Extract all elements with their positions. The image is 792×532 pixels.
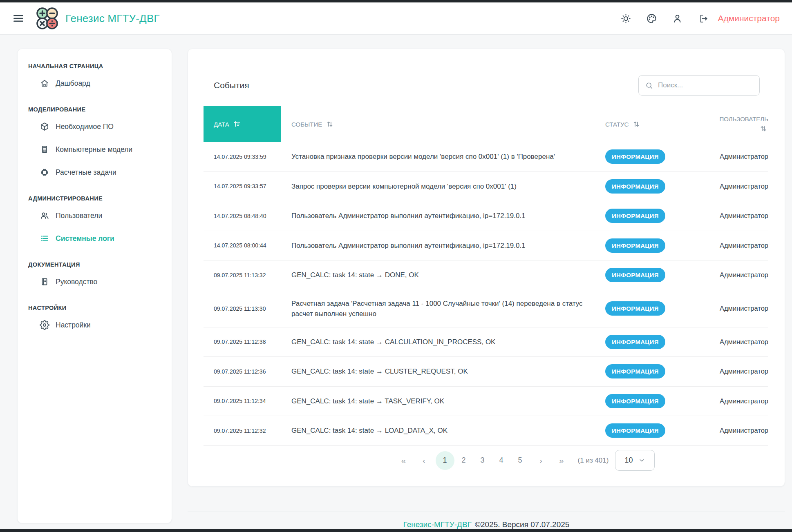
page-button-3[interactable]: 3 [473,451,492,470]
sidebar-item-label: Дашбоард [56,79,90,88]
first-page-button[interactable]: « [395,451,413,470]
calculator-icon [40,145,49,154]
status-badge: ИНФОРМАЦИЯ [605,301,665,316]
users-icon [40,211,49,220]
status-badge: ИНФОРМАЦИЯ [605,238,665,253]
search-icon [645,81,653,90]
sidebar: НАЧАЛЬНАЯ СТРАНИЦАДашбоардМОДЕЛИРОВАНИЕН… [17,49,172,523]
column-header-event[interactable]: СОБЫТИЕ [281,119,596,129]
sidebar-item-users[interactable]: Пользователи [27,204,162,227]
column-header-date[interactable]: ДАТА [204,106,281,142]
sidebar-item-system-logs[interactable]: Системные логи [27,227,162,250]
status-badge: ИНФОРМАЦИЯ [605,335,665,349]
event-table-row[interactable]: 09.07.2025 11:13:32GEN_CALC: task 14: st… [204,260,768,290]
event-status-cell: ИНФОРМАЦИЯ [596,268,689,282]
event-status-cell: ИНФОРМАЦИЯ [596,238,689,253]
home-icon [40,78,49,88]
next-page-icon: › [539,456,542,465]
events-table-body: 14.07.2025 09:33:59Установка признака пр… [204,142,768,446]
sort-toggle-icon [325,119,335,129]
event-date-cell: 14.07.2025 09:33:59 [204,154,281,160]
pagination-info: (1 из 401) [578,456,609,465]
event-date-cell: 14.07.2025 08:48:40 [204,213,281,219]
event-user-cell: Администратор [689,338,768,346]
status-badge: ИНФОРМАЦИЯ [605,268,665,282]
sidebar-item-label: Настройки [56,321,91,329]
event-date-cell: 14.07.2025 08:00:44 [204,242,281,249]
page-button-2[interactable]: 2 [454,451,473,470]
bottom-accent-bar [0,529,792,532]
event-status-cell: ИНФОРМАЦИЯ [596,179,689,194]
palette-button[interactable] [646,13,657,24]
event-user-cell: Администратор [689,183,768,190]
column-label: ДАТА [214,121,229,128]
event-table-row[interactable]: 14.07.2025 09:33:57Запрос проверки верси… [204,172,768,202]
column-label: ПОЛЬЗОВАТЕЛЬ [719,115,768,123]
menu-toggle-button[interactable] [12,12,25,24]
search-input[interactable] [658,81,753,89]
event-table-row[interactable]: 09.07.2025 11:12:34GEN_CALC: task 14: st… [204,387,768,416]
event-description-cell: Установка признака проверки версии модел… [281,143,596,170]
prev-page-icon: ‹ [423,456,425,465]
column-label: СОБЫТИЕ [291,121,322,128]
footer-brand-link[interactable]: Генезис-МГТУ-ДВГ [403,520,472,529]
event-table-row[interactable]: 14.07.2025 08:48:40Пользователь Админист… [204,201,768,231]
event-date-cell: 09.07.2025 11:12:32 [204,427,281,434]
event-description-cell: GEN_CALC: task 14: state → DONE, OK [281,262,596,288]
event-table-row[interactable]: 09.07.2025 11:12:32GEN_CALC: task 14: st… [204,416,768,446]
page-size-select[interactable]: 10 [615,450,655,471]
event-table-row[interactable]: 09.07.2025 11:12:36GEN_CALC: task 14: st… [204,357,768,387]
current-user-label[interactable]: Администратор [718,13,780,23]
sidebar-item-label: Компьютерные модели [56,145,132,154]
events-header: События [204,75,768,96]
event-status-cell: ИНФОРМАЦИЯ [596,209,689,223]
prev-page-button[interactable]: ‹ [415,451,433,470]
page-title: События [214,80,249,90]
sidebar-item-settings[interactable]: Настройки [27,314,162,336]
page-button-1[interactable]: 1 [436,451,454,470]
app-logo-icon [35,7,59,30]
status-badge: ИНФОРМАЦИЯ [605,364,665,378]
event-user-cell: Администратор [689,397,768,405]
chip-icon [40,167,49,177]
last-page-icon: » [559,456,564,465]
sidebar-item-label: Необходимое ПО [56,122,114,131]
event-description-cell: Пользователь Администратор выполнил ауте… [281,203,596,229]
event-description-cell: GEN_CALC: task 14: state → CLUSTER_REQUE… [281,358,596,385]
event-table-row[interactable]: 09.07.2025 11:13:30Расчетная задача 'Рас… [204,290,768,327]
event-table-row[interactable]: 09.07.2025 11:12:38GEN_CALC: task 14: st… [204,327,768,357]
sort-toggle-icon [758,124,768,134]
theme-toggle-button[interactable] [620,13,631,24]
pagination: « ‹ 12345 › » (1 из 401) 10 [242,449,792,472]
sidebar-item-required-software[interactable]: Необходимое ПО [27,115,162,138]
event-user-cell: Администратор [689,212,768,220]
page-button-4[interactable]: 4 [492,451,511,470]
profile-button[interactable] [672,13,683,24]
sort-ascending-icon [232,119,242,129]
column-header-status[interactable]: СТАТУС [596,119,689,129]
events-table-header: ДАТАСОБЫТИЕСТАТУСПОЛЬЗОВАТЕЛЬ [204,106,768,142]
event-table-row[interactable]: 14.07.2025 08:00:44Пользователь Админист… [204,231,768,261]
status-badge: ИНФОРМАЦИЯ [605,423,665,438]
sidebar-item-calculation-tasks[interactable]: Расчетные задачи [27,161,162,184]
event-description-cell: GEN_CALC: task 14: state → CALCULATION_I… [281,329,596,355]
event-status-cell: ИНФОРМАЦИЯ [596,423,689,438]
event-description-cell: Пользователь Администратор выполнил ауте… [281,232,596,259]
sidebar-item-dashboard[interactable]: Дашбоард [27,72,162,95]
sidebar-section-label: АДМИНИСТРИРОВАНИЕ [28,195,162,202]
status-badge: ИНФОРМАЦИЯ [605,209,665,223]
event-user-cell: Администратор [689,242,768,249]
column-label: СТАТУС [605,121,629,128]
sidebar-section-label: НАЧАЛЬНАЯ СТРАНИЦА [28,63,162,69]
sidebar-item-manual[interactable]: Руководство [27,270,162,293]
next-page-button[interactable]: › [532,451,550,470]
page-button-5[interactable]: 5 [511,451,530,470]
sidebar-item-computer-models[interactable]: Компьютерные модели [27,138,162,161]
footer-text: ©2025. Версия 07.07.2025 [475,520,569,529]
last-page-button[interactable]: » [553,451,571,470]
event-status-cell: ИНФОРМАЦИЯ [596,149,689,164]
logout-button[interactable] [698,13,709,24]
column-header-user[interactable]: ПОЛЬЗОВАТЕЛЬ [689,115,768,134]
event-status-cell: ИНФОРМАЦИЯ [596,301,689,316]
event-table-row[interactable]: 14.07.2025 09:33:59Установка признака пр… [204,142,768,172]
